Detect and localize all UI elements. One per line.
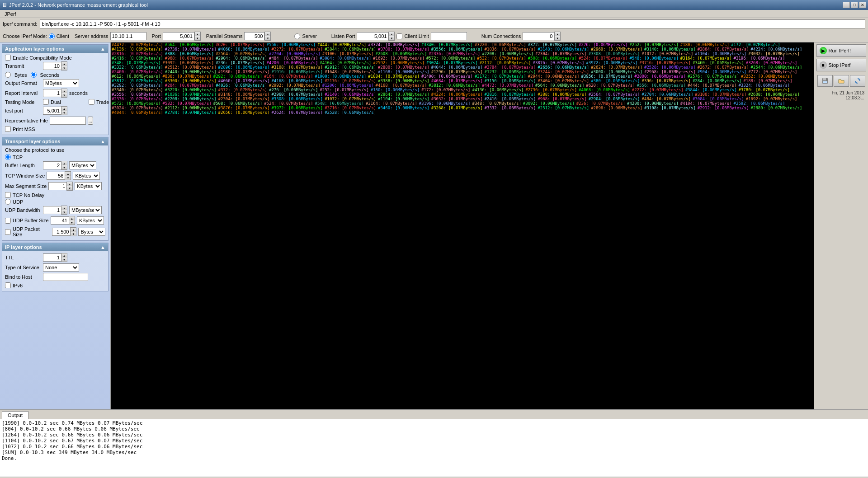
tcp-window-up[interactable]: ▲ [65,172,71,176]
graph-entry: #3292: [0.06MBytes/s] [111,83,164,88]
titlebar: 🖥 JPerf 2.0.2 - Network performance meas… [0,0,868,10]
graph-entry: #2512: [0.07MBytes/s] [164,65,217,70]
graph-entry: #2592: [0.06MBytes/s] [372,61,425,65]
udp-packet-checkbox[interactable] [5,229,11,235]
graph-entry: #3332: [0.06MBytes/s] [111,65,164,70]
udp-bandwidth-down[interactable]: ▼ [61,210,67,214]
port-up[interactable]: ▲ [195,32,200,36]
client-limit-input[interactable] [431,32,467,40]
max-segment-input[interactable] [48,182,66,190]
transmit-up[interactable]: ▲ [61,62,67,66]
trade-checkbox[interactable] [89,99,94,105]
tcp-window-unit[interactable]: KBytes [73,172,100,180]
graph-entry: #3172: [0.07MBytes/s] [474,74,527,79]
maximize-button[interactable]: □ [851,2,858,8]
graph-entry: #236: [0.07MBytes/s] [576,101,626,106]
transmit-down[interactable]: ▼ [61,66,67,70]
run-iperf-button[interactable]: ▶ Run IPerf! [816,44,866,57]
representative-file-input[interactable] [50,117,86,125]
udp-bandwidth-unit[interactable]: MBytes/sec [69,206,102,214]
transport-layer-collapse[interactable]: ▲ [100,139,105,144]
listen-port-up[interactable]: ▲ [389,32,394,36]
server-address-input[interactable] [110,32,146,40]
report-interval-input[interactable] [43,89,61,97]
output-format-select[interactable]: MBytes KBytes Bytes [43,79,79,87]
udp-buffer-checkbox[interactable] [5,218,11,224]
save-tool-button[interactable] [817,75,833,87]
max-segment-unit[interactable]: KBytes [75,182,102,190]
server-radio[interactable] [294,33,300,39]
open-tool-button[interactable] [834,75,849,87]
max-segment-up[interactable]: ▲ [67,182,72,186]
listen-port-down[interactable]: ▼ [389,36,394,40]
menu-jperf[interactable]: JPerf [2,10,19,18]
close-button[interactable]: ✕ [859,2,866,8]
output-tab[interactable]: Output [2,411,28,419]
bytes-radio[interactable] [5,72,11,78]
num-connections-up[interactable]: ▲ [555,32,560,36]
iperf-command-input[interactable] [40,19,865,28]
port-down[interactable]: ▼ [195,36,200,40]
udp-packet-unit[interactable]: Bytes [78,228,105,236]
application-layer-header[interactable]: Application layer options ▲ [2,45,108,53]
parallel-input[interactable] [244,32,264,40]
parallel-up[interactable]: ▲ [265,32,270,36]
ip-layer-header[interactable]: IP layer options ▲ [2,243,108,251]
test-port-down[interactable]: ▼ [61,111,67,115]
compat-mode-checkbox[interactable] [5,55,11,61]
tos-select[interactable]: None [43,263,79,272]
representative-file-browse[interactable]: ... [88,117,93,125]
client-radio[interactable] [49,33,55,39]
buffer-length-up[interactable]: ▲ [61,161,67,165]
listen-port-input[interactable] [357,32,388,40]
stop-iperf-button[interactable]: ■ Stop IPerf [816,59,866,71]
ipv6-checkbox[interactable] [5,282,11,288]
udp-packet-input[interactable] [52,228,70,236]
udp-buffer-input[interactable] [51,216,69,225]
tcp-window-label: TCP Window Size [5,173,45,178]
buffer-length-unit[interactable]: MBytes [69,161,96,169]
udp-bandwidth-up[interactable]: ▲ [61,206,67,210]
transport-layer-header[interactable]: Transport layer options ▲ [2,137,108,145]
graph-entry: #3032: [0.07MBytes/s] [430,97,484,101]
test-port-input[interactable] [43,107,61,115]
buffer-length-input[interactable] [43,161,61,169]
transmit-input[interactable] [43,62,61,70]
ip-layer-collapse[interactable]: ▲ [100,244,105,250]
udp-packet-up[interactable]: ▲ [71,228,76,232]
graph-entry: #372: [0.07MBytes/s] [527,42,578,47]
dual-checkbox[interactable] [43,99,49,105]
report-interval-down[interactable]: ▼ [61,93,67,97]
bind-host-input[interactable] [43,273,88,281]
client-limit-checkbox[interactable] [396,33,402,39]
application-layer-collapse[interactable]: ▲ [100,46,105,52]
ttl-input[interactable] [43,253,61,262]
udp-radio[interactable] [5,199,11,205]
num-connections-input[interactable] [523,32,554,40]
udp-packet-down[interactable]: ▼ [71,232,76,236]
num-connections-down[interactable]: ▼ [555,36,560,40]
buffer-length-down[interactable]: ▼ [61,165,67,169]
minimize-button[interactable]: _ [843,2,850,8]
test-port-up[interactable]: ▲ [61,107,67,111]
tcp-nodelay-checkbox[interactable] [5,192,11,198]
ttl-up[interactable]: ▲ [61,253,67,258]
print-mss-checkbox[interactable] [5,126,11,132]
graph-entry: #1072: [0.07MBytes/s] [324,97,377,101]
refresh-tool-button[interactable] [850,75,865,87]
ttl-down[interactable]: ▼ [61,258,67,262]
tcp-window-spinbox: ▲ ▼ [47,171,71,180]
udp-buffer-up[interactable]: ▲ [69,216,75,220]
parallel-down[interactable]: ▼ [265,36,270,40]
port-input[interactable] [163,32,194,40]
graph-entry: #3108: [0.07MBytes/s] [270,65,324,70]
seconds-radio[interactable] [31,72,37,78]
tcp-window-down[interactable]: ▼ [65,176,71,180]
udp-buffer-down[interactable]: ▼ [69,220,75,225]
max-segment-down[interactable]: ▼ [67,186,72,190]
udp-buffer-unit[interactable]: KBytes [77,216,104,225]
report-interval-up[interactable]: ▲ [61,89,67,93]
tcp-radio[interactable] [5,154,11,160]
udp-bandwidth-input[interactable] [43,206,61,214]
tcp-window-input[interactable] [47,172,65,180]
